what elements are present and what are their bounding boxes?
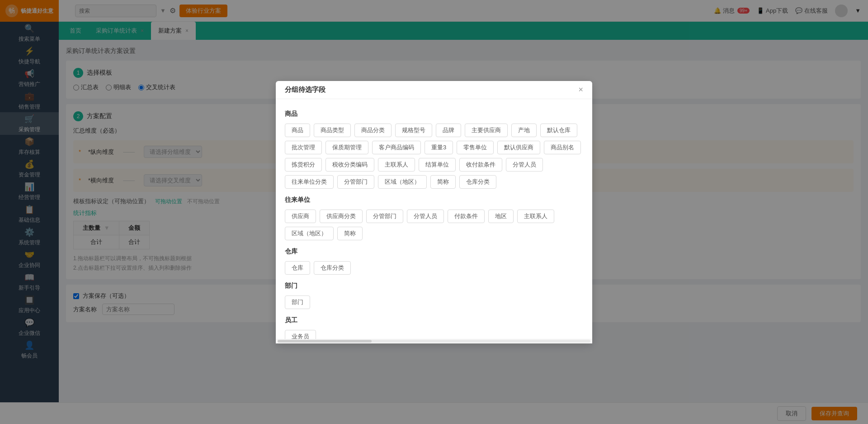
field-tag-partner-1[interactable]: 供应商分类 xyxy=(320,210,363,223)
modal-title: 分组待选字段 xyxy=(285,86,326,94)
field-tag-goods-3[interactable]: 规格型号 xyxy=(395,124,432,137)
fields-grid-partner: 供应商供应商分类分管部门分管人员付款条件地区主联系人区域（地区）简称 xyxy=(285,210,583,240)
modal-close-button[interactable]: × xyxy=(578,85,583,95)
modal-hscroll[interactable] xyxy=(276,339,592,343)
section-title-department: 部门 xyxy=(285,282,583,290)
field-tag-partner-2[interactable]: 分管部门 xyxy=(366,210,403,223)
field-tag-partner-5[interactable]: 地区 xyxy=(488,210,514,223)
modal-header: 分组待选字段 × xyxy=(276,81,592,99)
field-tag-goods-0[interactable]: 商品 xyxy=(285,124,310,137)
fields-grid-goods: 商品商品类型商品分类规格型号品牌主要供应商产地默认仓库批次管理保质期管理客户商品… xyxy=(285,124,583,189)
field-tag-partner-7[interactable]: 区域（地区） xyxy=(285,227,334,240)
section-title-warehouse: 仓库 xyxy=(285,248,583,256)
fields-grid-department: 部门 xyxy=(285,295,583,309)
field-tag-goods-9[interactable]: 保质期管理 xyxy=(326,141,368,154)
field-tag-goods-10[interactable]: 客户商品编码 xyxy=(372,141,421,154)
field-tag-goods-11[interactable]: 重量3 xyxy=(425,141,453,154)
field-tag-goods-20[interactable]: 分管人员 xyxy=(506,158,543,172)
field-tag-partner-3[interactable]: 分管人员 xyxy=(407,210,444,223)
fields-grid-warehouse: 仓库仓库分类 xyxy=(285,261,583,275)
field-tag-goods-6[interactable]: 产地 xyxy=(511,124,537,137)
field-tag-goods-13[interactable]: 默认供应商 xyxy=(497,141,540,154)
field-tag-goods-21[interactable]: 往来单位分类 xyxy=(285,175,334,189)
field-tag-department-0[interactable]: 部门 xyxy=(285,295,310,309)
field-tag-warehouse-0[interactable]: 仓库 xyxy=(285,261,310,275)
field-tag-warehouse-1[interactable]: 仓库分类 xyxy=(314,261,351,275)
field-tag-goods-24[interactable]: 简称 xyxy=(430,175,456,189)
field-tag-goods-14[interactable]: 商品别名 xyxy=(544,141,581,154)
field-tag-goods-16[interactable]: 税收分类编码 xyxy=(326,158,374,172)
field-tag-goods-22[interactable]: 分管部门 xyxy=(337,175,374,189)
fields-grid-staff: 业务员 xyxy=(285,330,583,339)
field-tag-goods-2[interactable]: 商品分类 xyxy=(354,124,392,137)
modal: 分组待选字段 × 商品商品商品类型商品分类规格型号品牌主要供应商产地默认仓库批次… xyxy=(276,81,592,343)
section-title-goods: 商品 xyxy=(285,110,583,118)
hscroll-track xyxy=(278,340,590,343)
field-tag-partner-6[interactable]: 主联系人 xyxy=(517,210,554,223)
field-tag-goods-1[interactable]: 商品类型 xyxy=(314,124,351,137)
field-tag-goods-5[interactable]: 主要供应商 xyxy=(465,124,508,137)
field-tag-goods-23[interactable]: 区域（地区） xyxy=(378,175,427,189)
modal-body: 商品商品商品类型商品分类规格型号品牌主要供应商产地默认仓库批次管理保质期管理客户… xyxy=(276,99,592,339)
section-title-partner: 往来单位 xyxy=(285,196,583,204)
field-tag-goods-17[interactable]: 主联系人 xyxy=(378,158,415,172)
field-tag-goods-18[interactable]: 结算单位 xyxy=(419,158,456,172)
field-tag-partner-8[interactable]: 简称 xyxy=(337,227,363,240)
section-title-staff: 员工 xyxy=(285,316,583,324)
field-tag-goods-12[interactable]: 零售单位 xyxy=(457,141,494,154)
field-tag-goods-4[interactable]: 品牌 xyxy=(436,124,461,137)
field-tag-goods-19[interactable]: 收付款条件 xyxy=(459,158,502,172)
field-tag-goods-7[interactable]: 默认仓库 xyxy=(540,124,577,137)
field-tag-goods-8[interactable]: 批次管理 xyxy=(285,141,322,154)
field-tag-goods-25[interactable]: 仓库分类 xyxy=(459,175,496,189)
modal-overlay: 分组待选字段 × 商品商品商品类型商品分类规格型号品牌主要供应商产地默认仓库批次… xyxy=(0,0,868,424)
field-tag-partner-4[interactable]: 付款条件 xyxy=(448,210,485,223)
field-tag-staff-0[interactable]: 业务员 xyxy=(285,330,316,339)
field-tag-goods-15[interactable]: 拣货积分 xyxy=(285,158,322,172)
field-tag-partner-0[interactable]: 供应商 xyxy=(285,210,316,223)
hscroll-thumb xyxy=(278,340,372,343)
